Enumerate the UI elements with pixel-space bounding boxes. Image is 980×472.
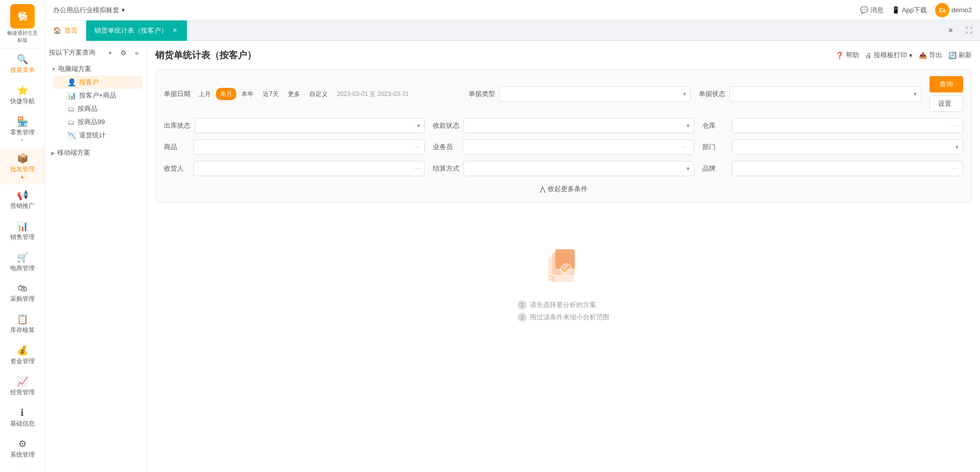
tree-desktop-parent[interactable]: ▼ 电脑端方案 [49, 62, 142, 76]
filter-settlement: 结算方式 ▾ [433, 161, 694, 176]
dept-select[interactable]: ▾ [732, 139, 963, 155]
add-scheme-button[interactable]: + [105, 47, 116, 58]
help-button[interactable]: ❓ 帮助 [836, 51, 859, 60]
wholesale-arrow: ▲ [20, 174, 25, 179]
tab-close-button[interactable]: ✕ [170, 27, 179, 35]
help-icon: ❓ [836, 52, 844, 59]
settlement-select[interactable]: ▾ [463, 161, 694, 176]
doc-type-chevron-icon: ▾ [683, 90, 686, 98]
sidebar-item-retail[interactable]: 🏪 零售管理 ▾ [0, 111, 44, 148]
date-btn-7days[interactable]: 近7天 [259, 88, 283, 100]
receiver-input[interactable]: ··· [193, 161, 425, 176]
refresh-button[interactable]: 🔄 刷新 [948, 51, 972, 60]
date-btn-this-month[interactable]: 本月 [216, 88, 236, 100]
filter-row-2: 出库状态 ▾ 收款状态 ▾ 仓库 [164, 118, 963, 133]
left-panel-actions: + ⚙ « [105, 47, 142, 58]
left-panel-title-bar: 按以下方案查询 + ⚙ « [49, 47, 142, 58]
tab-actions: ✕ ⛶ [943, 23, 980, 38]
tab-sales-stats[interactable]: 销货单统计表（按客户） ✕ [86, 20, 187, 41]
date-btn-last-month[interactable]: 上月 [194, 88, 215, 100]
sidebar-item-purchase[interactable]: 🛍 采购管理 [0, 278, 44, 309]
doc-status-label: 单据状态 [699, 89, 725, 99]
tree-item-by-goods99[interactable]: 🗂 按商品99 [53, 115, 142, 129]
goods99-icon: 🗂 [67, 118, 75, 126]
sidebar-item-wholesale[interactable]: 📦 批发管理 ▲ [0, 148, 44, 184]
goods-icon: 🗂 [67, 105, 75, 113]
sidebar-item-search[interactable]: 🔍 搜索菜单 [0, 49, 44, 80]
receipt-status-select[interactable]: ▾ [463, 118, 694, 133]
empty-state: 1 请先选择要分析的方案 2 用过滤条件来缩小分析范围 [155, 210, 972, 356]
sidebar-item-ecommerce[interactable]: 🛒 电商管理 [0, 247, 44, 278]
sidebar-item-collab[interactable]: 🤝 企业协同 [0, 464, 44, 472]
marketing-icon: 📢 [17, 190, 28, 201]
sidebar-item-finance[interactable]: 💰 资金管理 [0, 340, 44, 371]
settlement-chevron-icon: ▾ [687, 165, 690, 172]
tab-minimize-button[interactable]: ✕ [943, 23, 958, 38]
date-range-text: 2023-03-01 至 2023-03-31 [337, 90, 409, 99]
tree-item-by-customer[interactable]: 👤 按客户 [53, 76, 142, 89]
sidebar-item-inventory[interactable]: 📋 库存核算 [0, 309, 44, 340]
breadcrumb-dropdown[interactable]: 办公用品行业模拟账套 ▾ [53, 6, 125, 15]
topbar-left: 办公用品行业模拟账套 ▾ [53, 6, 125, 15]
out-status-select[interactable]: ▾ [194, 118, 425, 133]
tab-home[interactable]: 🏠 首页 [45, 20, 86, 41]
receiver-label: 收货人 [164, 164, 189, 173]
purchase-icon: 🛍 [18, 283, 27, 294]
filter-row-3: 商品 ··· 业务员 ··· 部门 [164, 139, 963, 155]
print-button[interactable]: 🖨 按模板打印 ▾ [865, 51, 913, 60]
settings-scheme-button[interactable]: ⚙ [118, 47, 129, 58]
receipt-status-label: 收款状态 [433, 121, 459, 130]
print-icon: 🖨 [865, 52, 872, 59]
out-status-label: 出库状态 [164, 121, 190, 130]
tip-num-2: 2 [518, 313, 527, 322]
returns-icon: 📉 [67, 131, 76, 139]
refresh-icon: 🔄 [948, 52, 957, 59]
salesman-input[interactable]: ··· [462, 139, 694, 155]
doc-status-select[interactable]: ▾ [729, 86, 921, 102]
settings-button[interactable]: 设置 [929, 96, 963, 112]
sidebar-menu: 🔍 搜索菜单 ⭐ 快捷导航 🏪 零售管理 ▾ 📦 批发管理 ▲ 📢 营销推广 📊… [0, 49, 44, 472]
minimize-icon: ✕ [948, 27, 953, 34]
warehouse-label: 仓库 [702, 121, 728, 130]
filter-dept: 部门 ▾ [702, 139, 963, 155]
date-btn-this-year[interactable]: 本年 [237, 88, 258, 100]
tab-maximize-button[interactable]: ⛶ [962, 23, 976, 38]
user-profile[interactable]: Ea demo2 [935, 3, 972, 17]
brand-input[interactable]: ··· [732, 161, 963, 176]
query-button[interactable]: 查询 [929, 76, 963, 92]
collapse-panel-button[interactable]: « [131, 47, 142, 58]
warehouse-dots-icon: ··· [952, 121, 959, 130]
customer-icon: 👤 [67, 78, 76, 86]
user-avatar: Ea [935, 3, 949, 17]
export-button[interactable]: 📤 导出 [919, 51, 942, 60]
empty-tips: 1 请先选择要分析的方案 2 用过滤条件来缩小分析范围 [518, 300, 609, 325]
sidebar-item-marketing[interactable]: 📢 营销推广 [0, 184, 44, 216]
sidebar-item-system[interactable]: ⚙ 系统管理 [0, 433, 44, 464]
sidebar-item-basic[interactable]: ℹ 基础信息 [0, 402, 44, 433]
out-status-chevron-icon: ▾ [417, 122, 420, 129]
sidebar-item-operations[interactable]: 📈 经营管理 [0, 371, 44, 402]
operations-icon: 📈 [17, 376, 28, 387]
sidebar-item-sales[interactable]: 📊 销售管理 [0, 216, 44, 247]
goods-input[interactable]: ··· [193, 139, 425, 155]
message-button[interactable]: 💬 消息 [860, 6, 884, 15]
logo-area: 畅 畅捷通好生意 标版 [0, 0, 44, 49]
salesman-dots-icon: ··· [682, 143, 689, 152]
tree-mobile-parent[interactable]: ▶ 移动端方案 [49, 146, 142, 159]
app-download-button[interactable]: 📱 App下载 [892, 6, 927, 15]
tree-item-by-goods[interactable]: 🗂 按商品 [53, 102, 142, 115]
basic-icon: ℹ [20, 407, 24, 418]
warehouse-input[interactable]: ··· [732, 118, 963, 133]
breadcrumb-text: 办公用品行业模拟账套 [53, 6, 119, 15]
sidebar-item-quicknav[interactable]: ⭐ 快捷导航 [0, 80, 44, 111]
filter-receipt-status: 收款状态 ▾ [433, 118, 694, 133]
date-btn-more[interactable]: 更多 [284, 88, 304, 100]
collapse-filter-button[interactable]: ⋀ 收起更多条件 [534, 182, 594, 196]
doc-type-select[interactable]: ▾ [499, 86, 691, 102]
right-content: 销货单统计表（按客户） ❓ 帮助 🖨 按模板打印 ▾ 📤 导出 [147, 41, 980, 472]
topbar: 办公用品行业模拟账套 ▾ 💬 消息 📱 App下载 Ea demo2 [45, 0, 980, 20]
date-btn-custom[interactable]: 自定义 [305, 88, 332, 100]
tree-item-by-customer-goods[interactable]: 📊 按客户+商品 [53, 89, 142, 102]
tree-item-returns[interactable]: 📉 退货统计 [53, 129, 142, 142]
finance-icon: 💰 [17, 345, 28, 356]
